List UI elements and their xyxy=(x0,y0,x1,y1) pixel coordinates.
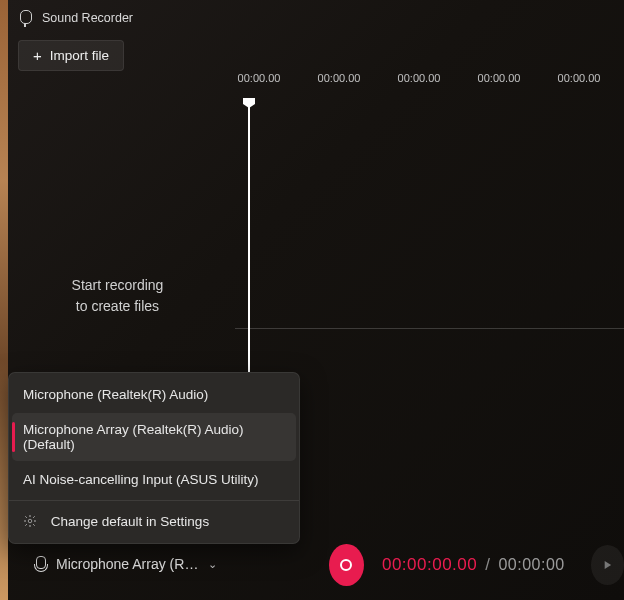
timecode: 00:00:00.00 / 00:00:00 xyxy=(382,555,565,575)
import-file-button[interactable]: + Import file xyxy=(18,40,124,71)
app-title: Sound Recorder xyxy=(42,11,133,25)
record-button[interactable] xyxy=(329,544,364,586)
time-ruler[interactable]: 00:00.00 00:00.00 00:00.00 00:00.00 00:0… xyxy=(235,72,624,102)
gear-icon xyxy=(23,514,37,528)
playhead[interactable] xyxy=(248,106,250,396)
mic-menu-item-selected[interactable]: Microphone Array (Realtek(R) Audio) (Def… xyxy=(12,413,296,461)
mic-menu-item[interactable]: AI Noise-cancelling Input (ASUS Utility) xyxy=(9,462,299,497)
app-icon xyxy=(18,10,32,26)
ruler-tick: 00:00.00 xyxy=(318,72,361,84)
svg-point-0 xyxy=(28,519,32,523)
mic-menu-settings-label: Change default in Settings xyxy=(51,514,209,529)
mic-menu-settings-item[interactable]: Change default in Settings xyxy=(9,504,299,539)
mic-menu-item-label: Microphone Array (Realtek(R) Audio) (Def… xyxy=(23,422,244,452)
chevron-down-icon: ⌄ xyxy=(208,558,217,571)
ruler-tick: 00:00.00 xyxy=(238,72,281,84)
app-window: Sound Recorder + Import file Start recor… xyxy=(0,0,624,600)
mic-device-menu: Microphone (Realtek(R) Audio) Microphone… xyxy=(8,372,300,544)
titlebar: Sound Recorder xyxy=(0,0,235,34)
empty-line-1: Start recording xyxy=(72,275,164,296)
mic-menu-item-label: AI Noise-cancelling Input (ASUS Utility) xyxy=(23,472,259,487)
plus-icon: + xyxy=(33,48,42,63)
microphone-icon xyxy=(34,556,46,572)
empty-line-2: to create files xyxy=(76,296,159,317)
time-total: 00:00:00 xyxy=(498,556,564,574)
menu-separator xyxy=(9,500,299,501)
mic-menu-item[interactable]: Microphone (Realtek(R) Audio) xyxy=(9,377,299,412)
play-icon xyxy=(600,558,614,572)
time-elapsed: 00:00:00.00 xyxy=(382,555,477,575)
ruler-tick: 00:00.00 xyxy=(398,72,441,84)
ruler-tick: 00:00.00 xyxy=(478,72,521,84)
ruler-tick: 00:00.00 xyxy=(558,72,601,84)
waveform-baseline xyxy=(235,328,624,329)
mic-menu-item-label: Microphone (Realtek(R) Audio) xyxy=(23,387,208,402)
mic-selector-label: Microphone Array (R… xyxy=(56,556,198,572)
play-button[interactable] xyxy=(591,545,624,585)
time-separator: / xyxy=(485,555,490,575)
mic-selector-button[interactable]: Microphone Array (R… ⌄ xyxy=(26,550,225,578)
record-icon xyxy=(340,559,352,571)
import-file-label: Import file xyxy=(50,48,109,63)
